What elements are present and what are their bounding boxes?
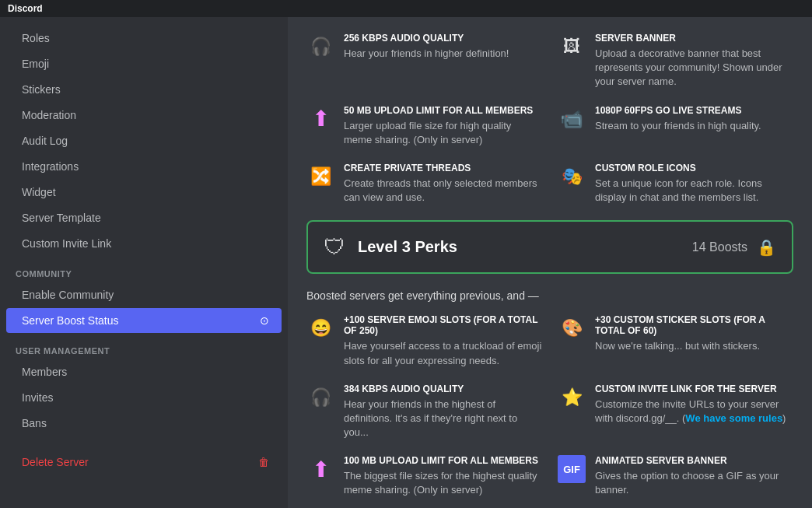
feature-emoji-slots: 😄 +100 SERVER EMOJI SLOTS (FOR A TOTAL O… — [306, 314, 542, 367]
sidebar-label-roles: Roles — [22, 32, 50, 44]
sidebar-label-delete-server: Delete Server — [22, 456, 89, 468]
sidebar-label-bans: Bans — [22, 417, 47, 429]
feature-1080p-title: 1080P 60FPS GO LIVE STREAMS — [595, 105, 761, 116]
feature-sticker-slots: 🎨 +30 CUSTOM STICKER SLOTS (FOR A TOTAL … — [558, 314, 793, 367]
sidebar-item-invites[interactable]: Invites — [6, 385, 282, 410]
feature-banner-text: SERVER BANNER Upload a decorative banner… — [595, 33, 793, 89]
sidebar-item-enable-community[interactable]: Enable Community — [6, 282, 282, 307]
feature-upload-desc: Larger upload file size for high quality… — [344, 119, 542, 147]
banner-icon: 🖼 — [558, 33, 586, 61]
feature-animated-text: ANIMATED SERVER BANNER Gives the option … — [595, 455, 793, 497]
boosted-servers-text: Boosted servers get everything previous,… — [306, 289, 793, 302]
sidebar-label-invites: Invites — [22, 391, 53, 404]
community-section-label: COMMUNITY — [0, 257, 288, 282]
titlebar: Discord — [0, 0, 812, 17]
role-icon: 🎭 — [558, 163, 586, 191]
sidebar-item-emoji[interactable]: Emoji — [6, 51, 282, 76]
feature-audio-text: 256 KBPS AUDIO QUALITY Hear your friends… — [344, 33, 509, 61]
sidebar-item-moderation[interactable]: Moderation — [6, 103, 282, 128]
upload-100-icon: ⬆ — [306, 455, 334, 483]
sidebar-item-roles[interactable]: Roles — [6, 26, 282, 51]
sidebar-item-server-template[interactable]: Server Template — [6, 205, 282, 230]
sidebar: Roles Emoji Stickers Moderation Audit Lo… — [0, 17, 288, 508]
sidebar-item-stickers[interactable]: Stickers — [6, 77, 282, 102]
perk-box: 🛡 Level 3 Perks 14 Boosts 🔒 — [306, 220, 793, 274]
features-row-3: 🔀 CREATE PRIVATE THREADS Create threads … — [306, 163, 793, 205]
audio-hd-icon: 🎧 — [306, 384, 334, 412]
feature-animated-banner: GIF ANIMATED SERVER BANNER Gives the opt… — [558, 455, 793, 497]
feature-100mb-title: 100 MB UPLOAD LIMIT FOR ALL MEMBERS — [344, 455, 542, 466]
feature-100mb: ⬆ 100 MB UPLOAD LIMIT FOR ALL MEMBERS Th… — [306, 455, 542, 497]
feature-384-title: 384 KBPS AUDIO QUALITY — [344, 384, 542, 394]
feature-role-text: CUSTOM ROLE ICONS Set a unique icon for … — [595, 163, 793, 205]
emoji-icon: 😄 — [306, 314, 334, 342]
feature-custom-invite: ⭐ CUSTOM INVITE LINK FOR THE SERVER Cust… — [558, 384, 793, 440]
features-row-4: 😄 +100 SERVER EMOJI SLOTS (FOR A TOTAL O… — [306, 314, 793, 367]
feature-role-icons: 🎭 CUSTOM ROLE ICONS Set a unique icon fo… — [558, 163, 793, 205]
feature-emoji-text: +100 SERVER EMOJI SLOTS (FOR A TOTAL OF … — [344, 314, 542, 367]
sidebar-label-enable-community: Enable Community — [22, 289, 114, 301]
sidebar-item-bans[interactable]: Bans — [6, 411, 282, 436]
feature-threads-desc: Create threads that only selected member… — [344, 177, 542, 205]
sidebar-item-delete-server[interactable]: Delete Server 🗑 — [6, 450, 282, 475]
feature-banner-desc: Upload a decorative banner that best rep… — [595, 47, 793, 89]
video-icon: 📹 — [558, 105, 586, 133]
headphone-icon: 🎧 — [306, 33, 334, 61]
sidebar-item-integrations[interactable]: Integrations — [6, 154, 282, 179]
feature-100mb-text: 100 MB UPLOAD LIMIT FOR ALL MEMBERS The … — [344, 455, 542, 497]
feature-threads-title: CREATE PRIVATE THREADS — [344, 163, 542, 173]
feature-emoji-desc: Have yourself access to a truckload of e… — [344, 339, 542, 367]
sidebar-label-server-template: Server Template — [22, 212, 101, 224]
feature-384-text: 384 KBPS AUDIO QUALITY Hear your friends… — [344, 384, 542, 440]
feature-animated-desc: Gives the option to choose a GIF as your… — [595, 469, 793, 497]
content-area: 🎧 256 KBPS AUDIO QUALITY Hear your frien… — [288, 17, 812, 508]
active-indicator-icon: ⊙ — [260, 314, 269, 327]
feature-emoji-title: +100 SERVER EMOJI SLOTS (FOR A TOTAL OF … — [344, 314, 542, 336]
features-row-2: ⬆ 50 MB UPLOAD LIMIT FOR ALL MEMBERS Lar… — [306, 105, 793, 147]
feature-private-threads: 🔀 CREATE PRIVATE THREADS Create threads … — [306, 163, 542, 205]
sidebar-item-audit-log[interactable]: Audit Log — [6, 128, 282, 153]
sidebar-label-server-boost-status: Server Boost Status — [22, 314, 119, 327]
features-row-6: ⬆ 100 MB UPLOAD LIMIT FOR ALL MEMBERS Th… — [306, 455, 793, 497]
app-title: Discord — [8, 3, 43, 14]
features-row-5: 🎧 384 KBPS AUDIO QUALITY Hear your frien… — [306, 384, 793, 440]
user-management-section-label: USER MANAGEMENT — [0, 334, 288, 359]
feature-sticker-title: +30 CUSTOM STICKER SLOTS (FOR A TOTAL OF… — [595, 314, 793, 336]
sidebar-label-moderation: Moderation — [22, 109, 76, 121]
feature-sticker-desc: Now we're talking... but with stickers. — [595, 339, 793, 353]
sidebar-item-members[interactable]: Members — [6, 359, 282, 384]
perk-title: Level 3 Perks — [358, 238, 692, 256]
feature-384kbps: 🎧 384 KBPS AUDIO QUALITY Hear your frien… — [306, 384, 542, 440]
main-layout: Roles Emoji Stickers Moderation Audit Lo… — [0, 17, 812, 508]
feature-audio-title: 256 KBPS AUDIO QUALITY — [344, 33, 509, 44]
feature-upload-50mb: ⬆ 50 MB UPLOAD LIMIT FOR ALL MEMBERS Lar… — [306, 105, 542, 147]
perk-shield-icon: 🛡 — [324, 234, 345, 260]
perk-boosts-count: 14 Boosts — [692, 240, 747, 254]
star-icon: ⭐ — [558, 384, 586, 412]
sidebar-item-server-boost-status[interactable]: Server Boost Status ⊙ — [6, 308, 282, 333]
sidebar-label-emoji: Emoji — [22, 58, 49, 70]
sidebar-item-custom-invite-link[interactable]: Custom Invite Link — [6, 231, 282, 256]
feature-100mb-desc: The biggest file sizes for the highest q… — [344, 469, 542, 497]
sidebar-label-members: Members — [22, 366, 67, 378]
sidebar-label-audit-log: Audit Log — [22, 135, 68, 147]
feature-upload-text: 50 MB UPLOAD LIMIT FOR ALL MEMBERS Large… — [344, 105, 542, 147]
trash-icon: 🗑 — [258, 456, 269, 468]
gif-icon: GIF — [558, 455, 586, 483]
sidebar-item-widget[interactable]: Widget — [6, 180, 282, 205]
threads-icon: 🔀 — [306, 163, 334, 191]
sidebar-label-widget: Widget — [22, 186, 56, 198]
feature-animated-title: ANIMATED SERVER BANNER — [595, 455, 793, 466]
feature-upload-title: 50 MB UPLOAD LIMIT FOR ALL MEMBERS — [344, 105, 542, 116]
feature-invite-desc: Customize the invite URLs to your server… — [595, 398, 793, 426]
feature-audio-quality: 🎧 256 KBPS AUDIO QUALITY Hear your frien… — [306, 33, 542, 89]
rules-link[interactable]: We have some rules — [685, 412, 782, 424]
feature-server-banner: 🖼 SERVER BANNER Upload a decorative bann… — [558, 33, 793, 89]
sidebar-label-integrations: Integrations — [22, 160, 79, 173]
feature-role-desc: Set a unique icon for each role. Icons d… — [595, 177, 793, 205]
sidebar-label-custom-invite-link: Custom Invite Link — [22, 237, 111, 250]
feature-1080p: 📹 1080P 60FPS GO LIVE STREAMS Stream to … — [558, 105, 793, 147]
feature-role-title: CUSTOM ROLE ICONS — [595, 163, 793, 173]
feature-384-desc: Hear your friends in the highest of defi… — [344, 398, 542, 440]
feature-audio-desc: Hear your friends in higher definition! — [344, 47, 509, 61]
